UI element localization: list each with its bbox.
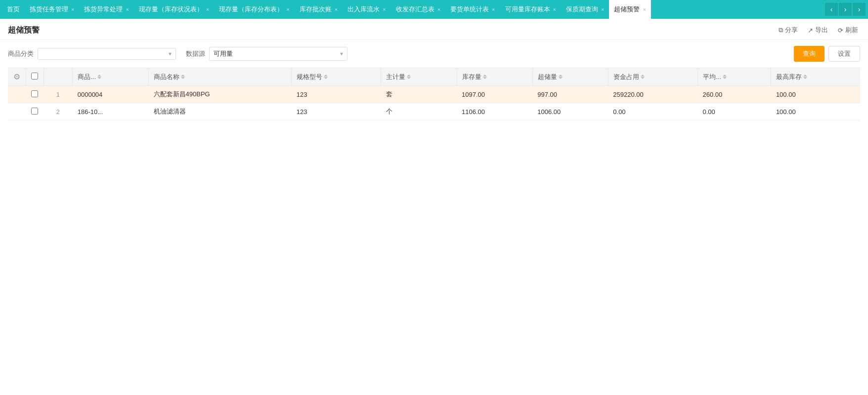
export-icon: ↗: [808, 27, 813, 34]
chevron-down-icon: ▾: [340, 50, 343, 57]
settings-button[interactable]: 设置: [828, 46, 860, 62]
close-icon[interactable]: ×: [601, 6, 604, 12]
category-label: 商品分类: [8, 49, 34, 58]
page-title: 超储预警: [8, 25, 40, 36]
cell-stock: 1097.00: [457, 86, 532, 103]
nav-item-exception[interactable]: 拣货异常处理 ×: [79, 0, 133, 19]
cell-avg: 0.00: [697, 103, 771, 120]
row-number: 1: [43, 86, 73, 103]
cell-avg: 260.00: [697, 86, 771, 103]
cell-stock: 1106.00: [457, 103, 532, 120]
nav-left-arrow[interactable]: ‹: [825, 3, 838, 16]
nav-item-stock-dist[interactable]: 现存量（库存分布表） ×: [214, 0, 294, 19]
row-checkbox-cell: [26, 103, 43, 120]
cell-max-stock: 100.00: [771, 86, 860, 103]
sort-icon: [181, 75, 185, 79]
chevron-down-icon: ▾: [169, 50, 172, 57]
close-icon[interactable]: ×: [643, 6, 646, 12]
row-checkbox-cell: [26, 86, 43, 103]
nav-item-summary[interactable]: 收发存汇总表 ×: [391, 0, 445, 19]
table-row: 2 186-10... 机油滤清器 123 个 1106.00 1006.00 …: [8, 103, 860, 120]
nav-item-home[interactable]: 首页: [2, 0, 25, 19]
th-stock[interactable]: 库存量: [457, 68, 532, 86]
th-row-num: [43, 68, 73, 86]
top-navbar: 首页 拣货任务管理 × 拣货异常处理 × 现存量（库存状况表） × 现存量（库存…: [0, 0, 868, 19]
close-icon[interactable]: ×: [71, 6, 74, 12]
th-avg[interactable]: 平均...: [697, 68, 771, 86]
share-button[interactable]: ⧉ 分享: [777, 25, 800, 36]
row-checkbox[interactable]: [31, 90, 38, 97]
close-icon[interactable]: ×: [335, 6, 338, 12]
table-container: ⚙ 商品...: [0, 68, 868, 120]
table-body: 1 0000004 六配套新昌490BPG 123 套 1097.00 997.…: [8, 86, 860, 120]
sort-icon: [559, 75, 563, 79]
export-button[interactable]: ↗ 导出: [806, 25, 830, 36]
cell-overstock: 1006.00: [532, 103, 608, 120]
page-container: 超储预警 ⧉ 分享 ↗ 导出 ⟳ 刷新 商品分类 ▾ 数据源: [0, 19, 868, 395]
cell-unit: 套: [381, 86, 457, 103]
sort-icon: [803, 75, 807, 79]
sort-icon: [97, 75, 101, 79]
nav-item-available[interactable]: 可用量库存账本 ×: [500, 0, 561, 19]
cell-product-name: 机油滤清器: [149, 103, 292, 120]
th-unit[interactable]: 主计量: [381, 68, 457, 86]
filter-actions: 查询 设置: [794, 46, 860, 62]
table-row: 1 0000004 六配套新昌490BPG 123 套 1097.00 997.…: [8, 86, 860, 103]
th-capital[interactable]: 资金占用: [608, 68, 697, 86]
sort-icon: [723, 75, 727, 79]
th-max-stock[interactable]: 最高库存: [771, 68, 860, 86]
nav-item-expiry[interactable]: 保质期查询 ×: [561, 0, 609, 19]
query-button[interactable]: 查询: [794, 46, 825, 62]
row-gear: [8, 86, 26, 103]
datasource-label: 数据源: [186, 49, 205, 58]
header-actions: ⧉ 分享 ↗ 导出 ⟳ 刷新: [777, 25, 860, 36]
cell-capital: 259220.00: [608, 86, 697, 103]
sort-icon: [324, 75, 328, 79]
select-all-checkbox[interactable]: [31, 73, 38, 79]
nav-arrows: ‹ › ›: [825, 3, 866, 16]
nav-item-order-stat[interactable]: 要货单统计表 ×: [445, 0, 500, 19]
nav-item-task-mgmt[interactable]: 拣货任务管理 ×: [25, 0, 79, 19]
th-spec[interactable]: 规格型号: [292, 68, 381, 86]
close-icon[interactable]: ×: [553, 6, 556, 12]
cell-product-code: 186-10...: [73, 103, 149, 120]
data-table: ⚙ 商品...: [8, 68, 860, 120]
gear-icon[interactable]: ⚙: [13, 73, 20, 81]
datasource-filter: 数据源 可用量 ▾: [186, 47, 347, 61]
nav-item-batch[interactable]: 库存批次账 ×: [295, 0, 343, 19]
category-filter: 商品分类 ▾: [8, 48, 176, 60]
datasource-select[interactable]: 可用量 ▾: [209, 47, 347, 61]
datasource-select-value: 可用量: [214, 49, 233, 58]
th-product-code[interactable]: 商品...: [73, 68, 149, 86]
refresh-button[interactable]: ⟳ 刷新: [836, 25, 860, 36]
close-icon[interactable]: ×: [437, 6, 440, 12]
row-checkbox[interactable]: [31, 108, 38, 115]
cell-max-stock: 100.00: [771, 103, 860, 120]
cell-spec: 123: [292, 86, 381, 103]
page-header: 超储预警 ⧉ 分享 ↗ 导出 ⟳ 刷新: [0, 19, 868, 40]
close-icon[interactable]: ×: [383, 6, 386, 12]
nav-item-overstock[interactable]: 超储预警 ×: [609, 0, 651, 19]
nav-expand-arrow[interactable]: ›: [853, 3, 866, 16]
nav-item-flow[interactable]: 出入库流水 ×: [343, 0, 391, 19]
th-overstock[interactable]: 超储量: [532, 68, 608, 86]
nav-item-stock-status[interactable]: 现存量（库存状况表） ×: [134, 0, 214, 19]
close-icon[interactable]: ×: [126, 6, 129, 12]
nav-right-arrow[interactable]: ›: [839, 3, 852, 16]
close-icon[interactable]: ×: [492, 6, 495, 12]
cell-capital: 0.00: [608, 103, 697, 120]
row-gear: [8, 103, 26, 120]
category-select[interactable]: ▾: [38, 48, 176, 60]
sort-icon: [407, 75, 411, 79]
cell-unit: 个: [381, 103, 457, 120]
gear-header: ⚙: [8, 68, 26, 86]
checkbox-header: [26, 68, 43, 86]
close-icon[interactable]: ×: [286, 6, 289, 12]
cell-overstock: 997.00: [532, 86, 608, 103]
cell-product-name: 六配套新昌490BPG: [149, 86, 292, 103]
sort-icon: [483, 75, 487, 79]
close-icon[interactable]: ×: [206, 6, 209, 12]
th-product-name[interactable]: 商品名称: [149, 68, 292, 86]
cell-product-code: 0000004: [73, 86, 149, 103]
cell-spec: 123: [292, 103, 381, 120]
